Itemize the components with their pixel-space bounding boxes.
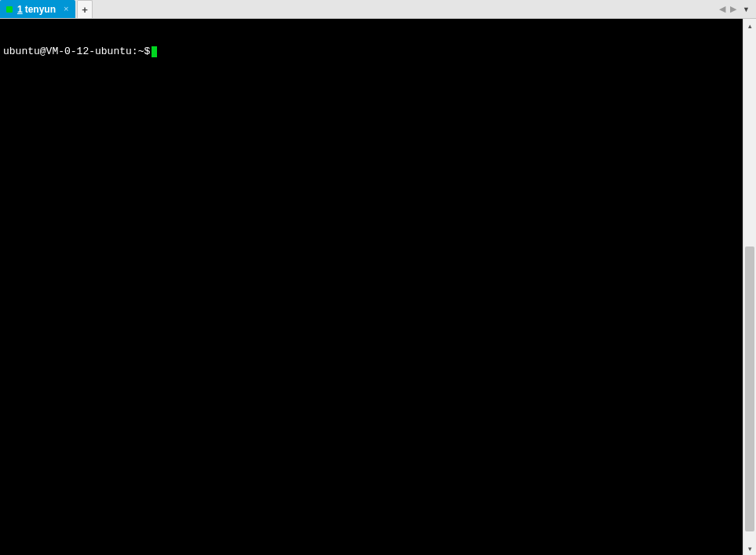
- close-tab-icon[interactable]: ×: [64, 5, 68, 13]
- tab-dropdown-icon[interactable]: ▼: [740, 5, 753, 13]
- terminal[interactable]: ubuntu@VM-0-12-ubuntu:~$: [0, 19, 743, 555]
- tab-active[interactable]: 1 tenyun ×: [0, 0, 75, 18]
- scroll-track[interactable]: [743, 32, 756, 542]
- scroll-thumb[interactable]: [745, 246, 754, 531]
- terminal-prompt: ubuntu@VM-0-12-ubuntu:~$: [3, 46, 150, 58]
- tab-name: tenyun: [25, 4, 56, 15]
- tab-label: 1 tenyun: [17, 4, 56, 15]
- tab-number: 1: [17, 4, 23, 15]
- terminal-prompt-line: ubuntu@VM-0-12-ubuntu:~$: [3, 46, 740, 58]
- connection-status-icon: [6, 6, 13, 13]
- main-area: ubuntu@VM-0-12-ubuntu:~$ ▴ ▾: [0, 19, 756, 555]
- tab-bar: 1 tenyun × + ◀ ▶ ▼: [0, 0, 756, 19]
- tab-bar-controls: ◀ ▶ ▼: [718, 0, 756, 18]
- scroll-down-icon[interactable]: ▾: [743, 542, 756, 555]
- add-tab-button[interactable]: +: [77, 0, 93, 18]
- scroll-up-icon[interactable]: ▴: [743, 19, 756, 32]
- vertical-scrollbar[interactable]: ▴ ▾: [743, 19, 756, 555]
- tab-nav-next-icon[interactable]: ▶: [729, 4, 738, 14]
- cursor-icon: [152, 46, 157, 57]
- tab-nav-prev-icon[interactable]: ◀: [718, 4, 727, 14]
